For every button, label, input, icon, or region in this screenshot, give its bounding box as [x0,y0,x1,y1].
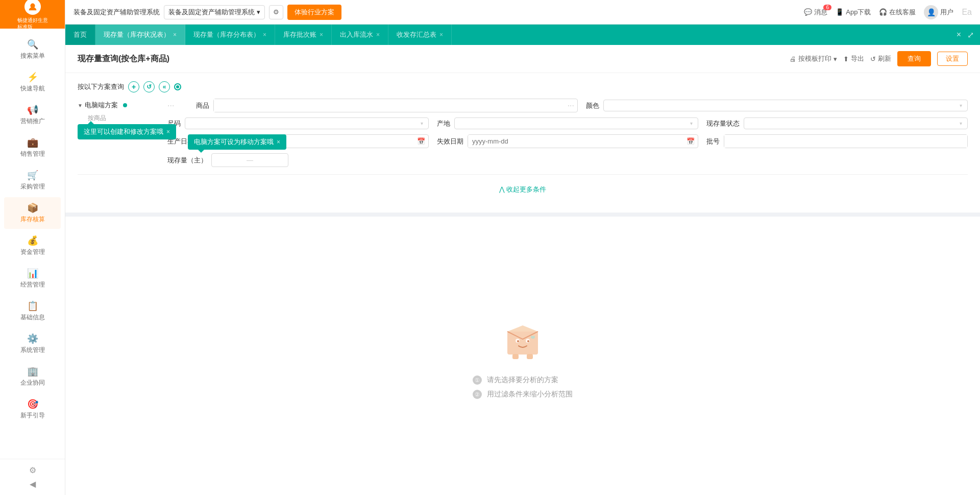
refresh-scheme-button[interactable]: ↺ [143,81,155,92]
arrows-icon: « [163,83,166,90]
collapse-sidebar-icon[interactable]: ◀ [30,479,36,489]
page-content: 现存量查询(按仓库+商品) 🖨 按模板打印 ▾ ⬆ 导出 ↺ 刷新 查询 设置 [65,45,980,495]
user-menu-button[interactable]: 👤 用户 [924,5,953,19]
tab-inventory-status[interactable]: 现存量（库存状况表） × [95,25,185,45]
app-download-button[interactable]: 📱 App下载 [836,8,871,17]
navtabs-actions: × ⤢ [954,28,980,42]
settings-gear-button[interactable]: ⚙ [269,5,283,19]
scheme-tree-desktop[interactable]: ▼ 电脑端方案 [78,99,159,112]
tab-inventory-dist-label: 现存量（库存分布表） [193,30,260,39]
reset-button[interactable]: 设置 [937,52,968,66]
sidebar-item-sales[interactable]: 💼 销售管理 [4,132,61,163]
user-label: 用户 [940,8,953,17]
produce-date-calendar-icon[interactable]: 📅 [414,137,428,145]
sidebar-label-system: 系统管理 [20,346,45,355]
empty-illustration [497,311,548,362]
settings-icon[interactable]: ⚙ [29,465,36,475]
tab-inventory-dist-close[interactable]: × [263,31,266,38]
expire-date-start[interactable] [468,135,683,148]
sidebar-item-marketing[interactable]: 📢 营销推广 [4,99,61,131]
status-label: 现存量状态 [706,119,740,128]
online-support-button[interactable]: 🎧 在线客服 [879,8,916,17]
sidebar-item-newbie[interactable]: 🎯 新手引导 [4,393,61,425]
system-select[interactable]: 装备及固定资产辅助管理系统 ▾ [164,5,265,19]
svg-rect-7 [527,354,533,359]
sidebar-item-enterprise[interactable]: 🏢 企业协同 [4,361,61,392]
filter-row-4: 现存量（主） — [167,153,968,167]
expire-date-calendar-icon[interactable]: 📅 [683,137,698,145]
sidebar-label-purchase: 采购管理 [20,182,45,191]
logo-icon [24,0,41,15]
sidebar-item-inventory[interactable]: 📦 库存核算 [4,197,61,229]
product-input-field[interactable] [214,99,565,112]
empty-tip-2: ② 用过滤条件来缩小分析范围 [473,387,573,401]
tab-inout-flow-close[interactable]: × [376,31,380,38]
tab-inventory-dist[interactable]: 现存量（库存分布表） × [185,25,275,45]
origin-select[interactable]: ▾ [454,117,698,129]
qty-range-end[interactable] [257,156,283,164]
page-header: 现存量查询(按仓库+商品) 🖨 按模板打印 ▾ ⬆ 导出 ↺ 刷新 查询 设置 [65,45,980,73]
filter-dots-2[interactable]: ··· [565,101,577,110]
svg-rect-1 [507,332,538,355]
fullscreen-button[interactable]: ⤢ [965,28,976,42]
export-button[interactable]: ⬆ 导出 [843,54,864,63]
tab-batch-ledger[interactable]: 库存批次账 × [275,25,332,45]
sidebar-item-basic[interactable]: 📋 基础信息 [4,295,61,327]
status-select[interactable]: ▾ [744,117,968,129]
create-tooltip-text: 这里可以创建和修改方案哦 [84,127,163,136]
sidebar-logo: 畅捷通好生意 标准版 [0,0,65,29]
sidebar-item-system[interactable]: ⚙️ 系统管理 [4,328,61,360]
sidebar-label-quicknav: 快速导航 [20,84,45,93]
add-scheme-button[interactable]: + [128,81,139,92]
arrows-scheme-button[interactable]: « [159,81,170,92]
sidebar-item-search[interactable]: 🔍 搜索菜单 [4,34,61,65]
svg-point-4 [517,340,519,342]
filter-title-label: 按以下方案查询 [78,82,124,91]
batch-input[interactable] [724,134,968,148]
query-button[interactable]: 查询 [897,51,931,66]
tab-inventory-status-label: 现存量（库存状况表） [104,30,170,39]
tab-inventory-status-close[interactable]: × [173,31,177,38]
print-template-button[interactable]: 🖨 按模板打印 ▾ [790,54,837,63]
empty-tip-1: ① 请先选择要分析的方案 [473,372,573,387]
tab-batch-ledger-label: 库存批次账 [283,30,316,39]
scheme-tooltip-popup: 电脑方案可设为移动方案哦 × [188,134,286,150]
create-tooltip-close[interactable]: × [166,128,170,135]
sidebar-label-search: 搜索菜单 [20,52,45,60]
expire-date-label: 失效日期 [437,137,463,146]
tab-stocktake-summary[interactable]: 收发存汇总表 × [388,25,452,45]
sidebar-item-operations[interactable]: 📊 经营管理 [4,263,61,294]
tab-stocktake-summary-close[interactable]: × [439,31,443,38]
industry-plan-button[interactable]: 体验行业方案 [287,5,341,20]
filter-dots-menu-1[interactable]: ··· [167,101,188,110]
tab-home[interactable]: 首页 [65,25,95,45]
app-download-label: App下载 [846,8,871,17]
message-icon: 💬 [804,8,812,16]
message-button[interactable]: 💬 消息 6 [804,8,827,17]
qty-range-start[interactable] [217,156,242,164]
sidebar-item-quicknav[interactable]: ⚡ 快速导航 [4,66,61,98]
sidebar-item-finance[interactable]: 💰 资金管理 [4,230,61,262]
expire-date-input-row: 📅 [468,134,698,148]
collapse-more-btn[interactable]: ⋀ 收起更多条件 [78,185,968,194]
scheme-tooltip-close[interactable]: × [277,138,280,146]
size-select[interactable]: ▾ [185,117,429,129]
batch-input-field[interactable] [724,135,967,148]
sidebar-menu: 🔍 搜索菜单 ⚡ 快速导航 📢 营销推广 💼 销售管理 🛒 采购管理 📦 库存核… [0,29,65,459]
sales-icon: 💼 [27,137,38,148]
topbar-left: 装备及固定资产辅助管理系统 装备及固定资产辅助管理系统 ▾ ⚙ 体验行业方案 [74,5,341,20]
operations-icon: 📊 [27,268,38,279]
tree-dot-desktop [123,103,127,107]
main-content: 装备及固定资产辅助管理系统 装备及固定资产辅助管理系统 ▾ ⚙ 体验行业方案 💬… [65,0,980,495]
close-all-tabs-button[interactable]: × [954,28,963,41]
topbar-right: 💬 消息 6 📱 App下载 🎧 在线客服 👤 用户 Ea [804,5,972,19]
tab-batch-ledger-close[interactable]: × [320,31,323,38]
color-select[interactable]: ▾ [603,100,968,111]
sidebar-item-purchase[interactable]: 🛒 采购管理 [4,164,61,196]
refresh-button[interactable]: ↺ 刷新 [870,54,891,63]
qty-range-input[interactable]: — [211,153,288,167]
collapse-btn-row: ⋀ 收起更多条件 [78,174,968,204]
product-input[interactable]: ··· [213,99,578,112]
tab-inout-flow[interactable]: 出入库流水 × [332,25,388,45]
finance-icon: 💰 [27,235,38,246]
